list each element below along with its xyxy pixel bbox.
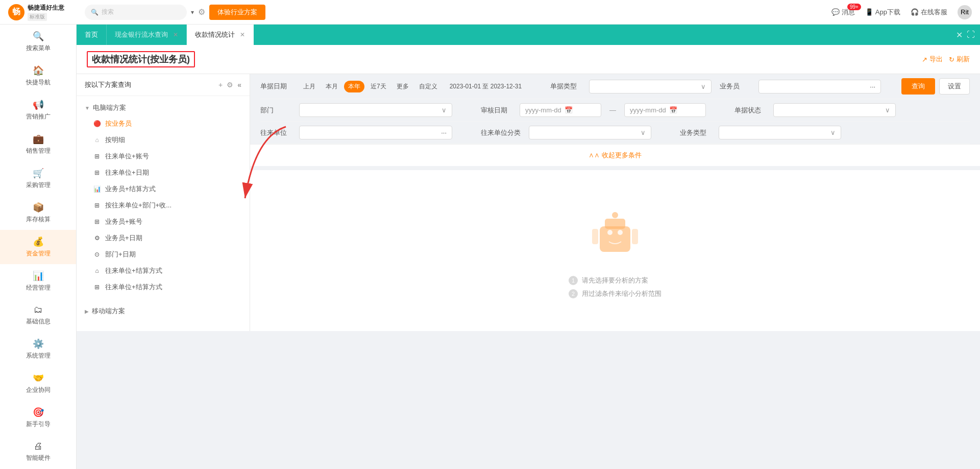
scheme-add-button[interactable]: + [218, 81, 223, 89]
tab-close-icon[interactable]: ✕ [240, 31, 245, 38]
export-button[interactable]: ↗ 导出 [922, 55, 943, 64]
date-tab-last-month[interactable]: 上月 [299, 81, 320, 92]
counterpart-type-select[interactable]: ∨ [529, 126, 651, 139]
ellipsis-icon: ··· [870, 83, 875, 90]
scheme-item-counterpart-settlement1[interactable]: ⌂ 往来单位+结算方式 [77, 263, 250, 279]
tab-close-icon[interactable]: ✕ [173, 31, 178, 38]
collapse-more-conditions[interactable]: ∧∧ 收起更多条件 [250, 144, 980, 166]
avatar[interactable]: Rit [958, 5, 972, 19]
sidebar-item-inventory[interactable]: 📦 库存核算 [0, 196, 76, 230]
sidebar-item-operations[interactable]: 📊 经营管理 [0, 264, 76, 298]
message-badge: 99+ [847, 4, 861, 10]
review-date-to[interactable]: yyyy-mm-dd 📅 [624, 103, 706, 117]
scheme-item-counterpart-date[interactable]: ⊞ 往来单位+日期 [77, 165, 250, 181]
online-service-item[interactable]: 🎧 在线客服 [911, 8, 947, 17]
tab-expand-icon[interactable]: ⛶ [967, 30, 975, 39]
content-area: 首页 现金银行流水查询 ✕ 收款情况统计 ✕ ✕ ⛶ 收款情况统计(按业务员) [77, 25, 980, 469]
sidebar-label: 系统管理 [26, 351, 51, 360]
refresh-button[interactable]: ↻ 刷新 [949, 55, 970, 64]
settings-button[interactable]: 设置 [939, 78, 970, 95]
scheme-item-label: 部门+日期 [105, 250, 136, 259]
review-date-to-placeholder: yyyy-mm-dd [630, 106, 666, 114]
scheme-settings-icon[interactable]: ⚙ [227, 81, 233, 89]
home-icon: 🏠 [33, 65, 44, 76]
scheme-item-label: 业务员+结算方式 [105, 184, 156, 194]
search-box[interactable]: 🔍 搜索 [85, 5, 187, 20]
salesperson-select[interactable]: ··· [758, 80, 881, 93]
scheme-item-salesperson-payment[interactable]: 📊 业务员+结算方式 [77, 181, 250, 197]
empty-icon [584, 201, 646, 264]
sidebar-item-marketing[interactable]: 📢 营销推广 [0, 93, 76, 127]
trial-button[interactable]: 体验行业方案 [209, 5, 265, 20]
sidebar-item-system[interactable]: ⚙️ 系统管理 [0, 332, 76, 366]
grid-icon: ⊞ [93, 218, 101, 226]
sidebar-item-guide[interactable]: 🎯 新手引导 [0, 401, 76, 435]
date-tab-more[interactable]: 更多 [393, 81, 413, 92]
review-date-from[interactable]: yyyy-mm-dd 📅 [520, 103, 601, 117]
date-tab-last-7-days[interactable]: 近7天 [366, 81, 390, 92]
empty-steps: 1 请先选择要分析的方案 2 用过滤条件来缩小分析范围 [569, 274, 662, 300]
tab-home[interactable]: 首页 [77, 25, 107, 45]
scheme-item-by-salesperson[interactable]: 🔴 按业务员 [77, 115, 250, 132]
review-date-from-placeholder: yyyy-mm-dd [525, 106, 561, 114]
svg-rect-1 [605, 219, 625, 229]
tab-cash-bank[interactable]: 现金银行流水查询 ✕ [107, 25, 187, 45]
svg-point-5 [607, 230, 612, 235]
svg-rect-0 [600, 226, 630, 252]
scheme-group-desktop-header[interactable]: ▼ 电脑端方案 [77, 100, 250, 115]
tab-receipt-stats[interactable]: 收款情况统计 ✕ [187, 25, 254, 45]
search-icon: 🔍 [91, 9, 99, 16]
sidebar-item-cooperation[interactable]: 🤝 企业协同 [0, 366, 76, 401]
sidebar-item-quick-nav[interactable]: 🏠 快捷导航 [0, 59, 76, 93]
dropdown-arrow-icon[interactable]: ▾ [191, 9, 194, 16]
sidebar-item-search-menu[interactable]: 🔍 搜索菜单 [0, 25, 76, 59]
date-tab-custom[interactable]: 自定义 [415, 81, 442, 92]
scheme-item-counterpart-settlement2[interactable]: ⊞ 往来单位+结算方式 [77, 279, 250, 295]
message-item[interactable]: 💬 消息 99+ [831, 8, 855, 17]
sidebar-item-basic-info[interactable]: 🗂 基础信息 [0, 298, 76, 332]
sidebar-label: 营销推广 [26, 112, 51, 121]
scheme-group-mobile-header[interactable]: ▶ 移动端方案 [77, 303, 250, 319]
counterpart-select[interactable]: ··· [299, 126, 452, 139]
empty-step-1-label: 请先选择要分析的方案 [582, 274, 648, 287]
scheme-item-by-detail[interactable]: ⌂ 按明细 [77, 132, 250, 148]
action-buttons: 查询 设置 [901, 78, 970, 95]
scheme-collapse-icon[interactable]: « [237, 81, 241, 89]
sidebar-item-purchase[interactable]: 🛒 采购管理 [0, 161, 76, 196]
salesperson-label: 业务员 [720, 82, 750, 91]
scheme-item-counterpart-account[interactable]: ⊞ 往来单位+账号 [77, 148, 250, 165]
headset-icon: 🎧 [911, 8, 919, 16]
tab-close-all-icon[interactable]: ✕ [956, 30, 963, 40]
scheme-item-salesperson-account[interactable]: ⊞ 业务员+账号 [77, 214, 250, 230]
gear-icon[interactable]: ⚙ [198, 7, 205, 17]
grid-icon: ⊞ [93, 152, 101, 160]
scheme-item-salesperson-date[interactable]: ⚙ 业务员+日期 [77, 230, 250, 246]
sidebar-item-sales[interactable]: 💼 销售管理 [0, 127, 76, 161]
tab-label: 首页 [85, 30, 98, 39]
dept-select[interactable]: ∨ [299, 103, 452, 117]
page-title: 收款情况统计(按业务员) [87, 51, 195, 67]
scheme-item-counterpart-dept-receipt[interactable]: ⊞ 按往来单位+部门+收... [77, 197, 250, 214]
megaphone-icon: 📢 [33, 99, 44, 110]
grid-icon: ⊞ [93, 283, 101, 291]
page-title-actions: ↗ 导出 ↻ 刷新 [922, 55, 970, 64]
handshake-icon: 🤝 [33, 372, 44, 384]
voucher-status-select[interactable]: ∨ [773, 103, 896, 117]
app-download-item[interactable]: 📱 App下载 [865, 8, 900, 17]
business-type-select[interactable]: ∨ [719, 126, 841, 139]
date-tab-this-year[interactable]: 本年 [344, 81, 364, 92]
scheme-item-label: 往来单位+结算方式 [105, 266, 162, 275]
sidebar-item-finance[interactable]: 💰 资金管理 [0, 230, 76, 264]
scheme-group-desktop: ▼ 电脑端方案 🔴 按业务员 ⌂ 按明细 ⊞ [77, 96, 250, 299]
date-tab-this-month[interactable]: 本月 [322, 81, 342, 92]
sidebar-label: 采购管理 [26, 181, 51, 190]
scheme-item-dept-date[interactable]: ⊙ 部门+日期 [77, 246, 250, 263]
query-button[interactable]: 查询 [901, 78, 935, 95]
sidebar-item-smart-hw[interactable]: 🖨 智能硬件 [0, 435, 76, 468]
scheme-header: 按以下方案查询 + ⚙ « [77, 74, 250, 96]
empty-step-1: 1 请先选择要分析的方案 [569, 274, 662, 287]
sidebar-label: 搜索菜单 [26, 44, 51, 53]
chart-icon: 📊 [33, 270, 44, 282]
date-label: 单据日期 [260, 82, 291, 91]
voucher-type-select[interactable]: ∨ [589, 80, 712, 93]
